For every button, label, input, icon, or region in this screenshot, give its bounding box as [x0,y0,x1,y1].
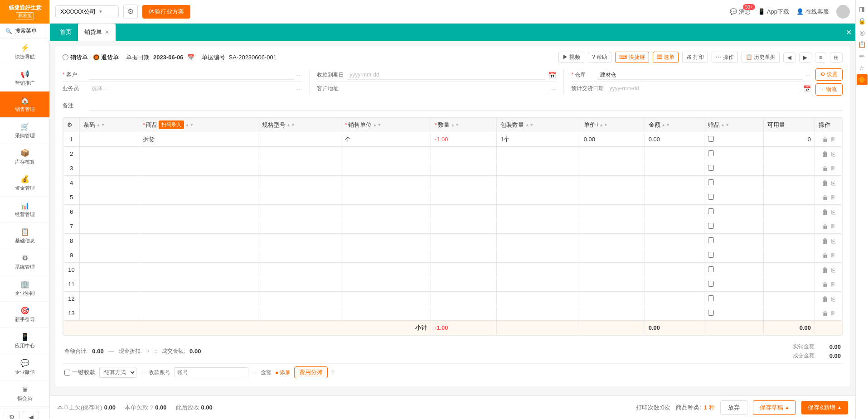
delete-row-icon[interactable]: 🗑 [822,179,828,187]
row-qty[interactable] [431,161,496,176]
gift-checkbox[interactable] [708,208,714,214]
shortcut-btn[interactable]: ⌨ 快捷键 [615,52,649,63]
rt-btn-7[interactable]: 🔶 [857,74,868,85]
row-product[interactable] [139,161,258,176]
row-qty[interactable] [431,277,496,292]
row-spec[interactable] [258,248,341,263]
row-spec[interactable] [258,147,341,161]
rt-btn-3[interactable]: ◎ [857,27,868,38]
row-spec[interactable] [258,263,341,277]
close-tab-icon[interactable]: ✕ [105,29,109,35]
delete-row-icon[interactable]: 🗑 [822,194,828,201]
sidebar-item-purchase[interactable]: 🛒采购管理 [0,118,49,144]
delete-row-icon[interactable]: 🗑 [822,281,828,288]
sidebar-item-quick-nav[interactable]: ⚡快捷导航 [0,39,49,65]
row-amount[interactable] [645,277,704,292]
row-unit[interactable] [341,219,431,234]
row-spec[interactable] [258,190,341,205]
delete-row-icon[interactable]: 🗑 [822,136,828,143]
row-barcode[interactable] [80,292,139,306]
sidebar-item-operations[interactable]: 📊经营管理 [0,197,49,223]
row-available[interactable] [763,234,815,248]
discard-btn[interactable]: 放弃 [720,400,747,415]
gift-checkbox[interactable] [708,266,714,272]
row-pkgqty[interactable] [497,234,580,248]
history-btn[interactable]: 📋 历史单据 [742,52,780,63]
row-gift[interactable] [704,306,763,321]
row-unit[interactable] [341,205,431,219]
row-pkgqty[interactable]: 1个 [497,132,580,147]
gift-checkbox[interactable] [708,165,714,171]
gift-checkbox[interactable] [708,281,714,287]
copy-row-icon[interactable]: ⎘ [831,266,835,274]
row-pkgqty[interactable] [497,263,580,277]
row-spec[interactable] [258,234,341,248]
row-barcode[interactable] [80,306,139,321]
owe-help-icon[interactable]: ? [150,404,153,411]
pkg-sort-icon[interactable]: ▲▼ [525,123,534,127]
row-amount[interactable] [645,306,704,321]
row-gift[interactable] [704,277,763,292]
close-window-icon[interactable]: ✕ [846,28,852,37]
row-pkgqty[interactable] [497,161,580,176]
delete-row-icon[interactable]: 🗑 [822,252,828,259]
amount-sort-icon[interactable]: ▲▼ [661,123,670,127]
sidebar-collapse-btn[interactable]: ◀ [23,411,39,419]
row-product[interactable] [139,176,258,190]
row-barcode[interactable] [80,263,139,277]
product-sort-icon[interactable]: ▲▼ [185,123,194,127]
rt-btn-4[interactable]: 📋 [857,39,868,50]
radio-return-input[interactable] [93,54,99,60]
row-product[interactable] [139,263,258,277]
delete-row-icon[interactable]: 🗑 [822,295,828,303]
next-btn[interactable]: ▶ [799,53,811,63]
row-pkgqty[interactable] [497,292,580,306]
row-price[interactable]: 0.00 [580,132,645,147]
radio-sale-input[interactable] [63,54,68,60]
row-gift[interactable] [704,248,763,263]
row-qty[interactable] [431,205,496,219]
row-qty[interactable] [431,219,496,234]
sidebar-item-enterprise[interactable]: 🏢企业协同 [0,275,49,302]
row-available[interactable] [763,292,815,306]
row-barcode[interactable] [80,248,139,263]
row-available[interactable]: 0 [763,132,815,147]
spec-sort-icon[interactable]: ▲▼ [286,123,296,127]
logistics-btn[interactable]: + 物流 [815,83,843,96]
row-price[interactable] [580,219,645,234]
gift-checkbox[interactable] [708,252,714,258]
row-spec[interactable] [258,219,341,234]
copy-row-icon[interactable]: ⎘ [831,281,835,288]
calendar-icon[interactable]: 📅 [187,54,194,61]
row-barcode[interactable] [80,147,139,161]
sidebar-item-inventory[interactable]: 📦库存核算 [0,144,49,170]
row-amount[interactable] [645,219,704,234]
row-qty[interactable]: -1.00 [431,132,496,147]
row-amount[interactable] [645,190,704,205]
delete-row-icon[interactable]: 🗑 [822,223,828,230]
delete-row-icon[interactable]: 🗑 [822,150,828,158]
warehouse-ellipsis[interactable]: ··· [805,72,811,79]
row-qty[interactable] [431,248,496,263]
row-pkgqty[interactable] [497,190,580,205]
row-price[interactable] [580,306,645,321]
copy-row-icon[interactable]: ⎘ [831,295,835,303]
row-unit[interactable] [341,248,431,263]
price-info-icon[interactable]: ℹ [596,122,598,128]
row-qty[interactable] [431,234,496,248]
row-barcode[interactable] [80,176,139,190]
help-btn[interactable]: ? 帮助 [588,52,611,63]
row-gift[interactable] [704,219,763,234]
row-qty[interactable] [431,176,496,190]
salesperson-ellipsis[interactable]: ··· [297,85,302,92]
row-barcode[interactable] [80,277,139,292]
copy-row-icon[interactable]: ⎘ [831,252,835,259]
row-price[interactable] [580,248,645,263]
sidebar-item-apps[interactable]: 📱应用中心 [0,328,49,354]
row-spec[interactable] [258,132,341,147]
copy-row-icon[interactable]: ⎘ [831,150,835,158]
sidebar-item-vip[interactable]: ♛畅会员 [0,380,49,407]
copy-row-icon[interactable]: ⎘ [831,165,835,172]
fee-help-icon[interactable]: ? [331,369,335,376]
row-unit[interactable] [341,263,431,277]
